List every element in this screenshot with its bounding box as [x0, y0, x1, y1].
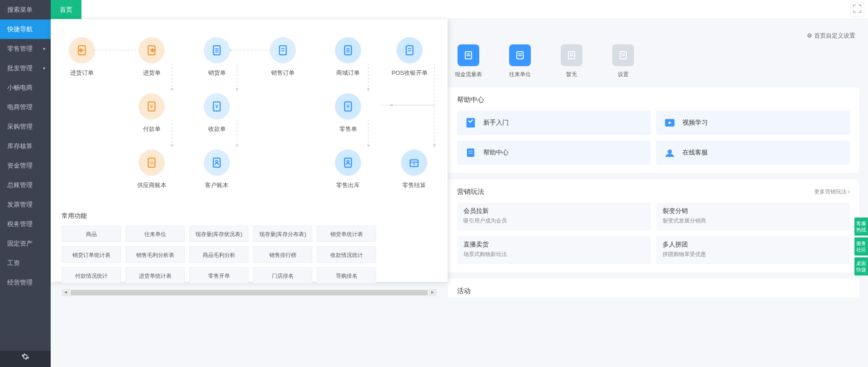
marketing-item-title: 多人拼团: [663, 241, 844, 249]
flow-node-icon: ¥: [335, 93, 361, 120]
sidebar-item-8[interactable]: 资金管理: [0, 156, 51, 175]
help-item-3[interactable]: 在线客服: [656, 140, 850, 165]
help-item-label: 新手入门: [483, 119, 509, 127]
shortcut-label: 暂无: [551, 71, 592, 78]
float-button-0[interactable]: 客服热线: [854, 217, 868, 236]
flow-node-icon: [335, 37, 361, 63]
flow-node-label: 零售出库: [328, 181, 368, 189]
sidebar-item-12[interactable]: 固定资产: [0, 234, 51, 253]
flow-node-skd[interactable]: ¥收款单: [196, 93, 237, 133]
quick-shortcut-3[interactable]: 设置: [603, 44, 644, 78]
right-content: ⚙首页自定义设置 现金流量表往来单位暂无设置 帮助中心 新手入门视频学习帮助中心…: [448, 27, 859, 304]
float-button-1[interactable]: 服务社区: [854, 237, 868, 256]
common-func-10[interactable]: 付款情况统计: [62, 267, 121, 284]
marketing-item-3[interactable]: 多人拼团拼团购物享受优惠: [656, 236, 850, 264]
marketing-item-subtitle: 裂变式发展分销商: [663, 217, 844, 225]
sidebar-item-3[interactable]: 批发管理▾: [0, 58, 51, 78]
sidebar-item-5[interactable]: 电商管理: [0, 97, 51, 117]
shortcut-icon: [509, 44, 531, 66]
common-func-1[interactable]: 往来单位: [125, 226, 185, 242]
flow-node-khzb[interactable]: 客户账本: [196, 150, 237, 189]
flow-node-lsd[interactable]: ¥零售单: [328, 93, 368, 133]
common-func-3[interactable]: 现存量(库存分布表): [253, 226, 312, 242]
flow-node-xhd[interactable]: 销货单: [196, 37, 237, 77]
shortcut-label: 往来单位: [500, 71, 540, 78]
common-func-5[interactable]: 销货订单统计表: [62, 246, 121, 263]
svg-text:¥: ¥: [346, 103, 350, 110]
flow-node-icon: [335, 150, 361, 176]
flow-node-pos[interactable]: POS收银开单: [389, 37, 430, 77]
flow-node-label: 收款单: [196, 125, 237, 133]
flow-node-gys[interactable]: 供供应商账本: [131, 150, 172, 189]
flow-node-xsdd[interactable]: 销售订单: [262, 37, 303, 77]
flow-node-lsck[interactable]: 零售出库: [328, 150, 368, 189]
sidebar-item-4[interactable]: 小畅电商: [0, 78, 51, 97]
panel-title: 帮助中心: [457, 96, 484, 104]
help-item-icon: [464, 146, 477, 159]
sidebar-item-10[interactable]: 发票管理: [0, 195, 51, 214]
marketing-item-2[interactable]: 直播卖货场景式购物新玩法: [457, 236, 651, 264]
common-func-4[interactable]: 销货单统计表: [317, 226, 376, 242]
quick-shortcut-0[interactable]: 现金流量表: [448, 44, 489, 78]
sidebar-item-9[interactable]: 总账管理: [0, 175, 51, 195]
flow-node-lsjs[interactable]: ¥零售结算: [394, 150, 434, 189]
horizontal-scrollbar[interactable]: ◄ ►: [62, 289, 437, 296]
gear-icon: [21, 355, 29, 362]
common-func-6[interactable]: 销售毛利分析表: [125, 246, 185, 263]
marketing-panel: 营销玩法 更多营销玩法 › 会员拉新吸引用户成为会员裂变分销裂变式发展分销商直播…: [448, 179, 859, 272]
fullscreen-button[interactable]: [850, 2, 864, 17]
common-func-12[interactable]: 零售开单: [189, 267, 248, 284]
sidebar-item-0[interactable]: 搜索菜单: [0, 0, 51, 19]
sidebar-item-14[interactable]: 经营管理: [0, 273, 51, 292]
flow-node-icon: 供: [138, 150, 165, 176]
homepage-customize-link[interactable]: ⚙首页自定义设置: [448, 27, 859, 44]
help-item-icon: [663, 146, 676, 159]
common-func-11[interactable]: 进货单统计表: [125, 267, 185, 284]
svg-rect-41: [406, 46, 413, 55]
scroll-left-button[interactable]: ◄: [62, 289, 70, 296]
sidebar-item-2[interactable]: 零售管理▾: [0, 39, 51, 58]
sidebar-item-13[interactable]: 工资: [0, 253, 51, 273]
flow-node-icon: [204, 37, 230, 63]
tab-home[interactable]: 首页: [51, 0, 81, 19]
help-item-icon: [663, 116, 676, 129]
sidebar-item-7[interactable]: 库存核算: [0, 136, 51, 156]
sidebar-settings-button[interactable]: [0, 351, 51, 367]
floating-side-buttons: 客服热线服务社区桌面快捷: [854, 217, 868, 277]
scroll-thumb[interactable]: [71, 290, 428, 295]
sidebar-item-11[interactable]: 税务管理: [0, 214, 51, 234]
help-item-label: 帮助中心: [483, 149, 509, 157]
common-func-9[interactable]: 收款情况统计: [317, 246, 376, 263]
quick-nav-flyout: 进货订单进货单销货单销售订单商城订单POS收银开单¥付款单¥收款单¥零售单供供应…: [51, 19, 448, 282]
scroll-right-button[interactable]: ►: [429, 289, 437, 296]
common-func-13[interactable]: 门店排名: [253, 267, 312, 284]
marketing-grid: 会员拉新吸引用户成为会员裂变分销裂变式发展分销商直播卖货场景式购物新玩法多人拼团…: [457, 203, 850, 264]
common-func-14[interactable]: 导购排名: [317, 267, 376, 284]
flow-node-jhdd[interactable]: 进货订单: [62, 37, 102, 77]
flow-node-label: POS收银开单: [389, 69, 430, 77]
flow-node-fkd[interactable]: ¥付款单: [131, 93, 172, 133]
panel-title: 活动: [457, 287, 471, 295]
quick-shortcut-1[interactable]: 往来单位: [500, 44, 540, 78]
shortcut-label: 现金流量表: [448, 71, 489, 78]
common-func-8[interactable]: 销售排行榜: [253, 246, 312, 263]
sidebar-item-1[interactable]: 快捷导航: [0, 19, 51, 39]
help-item-1[interactable]: 视频学习: [656, 111, 850, 135]
flow-node-scdd[interactable]: 商城订单: [328, 37, 368, 77]
marketing-item-subtitle: 吸引用户成为会员: [463, 217, 644, 225]
marketing-more-link[interactable]: 更多营销玩法 ›: [814, 188, 850, 196]
help-item-2[interactable]: 帮助中心: [457, 140, 651, 165]
float-button-2[interactable]: 桌面快捷: [854, 257, 868, 275]
common-func-2[interactable]: 现存量(库存状况表): [189, 226, 248, 242]
flow-node-jhd[interactable]: 进货单: [131, 37, 172, 77]
help-item-icon: [464, 116, 477, 129]
flow-node-label: 销货单: [196, 69, 237, 77]
common-func-0[interactable]: 商品: [62, 226, 121, 242]
help-item-0[interactable]: 新手入门: [457, 111, 651, 135]
quick-shortcut-2[interactable]: 暂无: [551, 44, 592, 78]
common-functions-title: 常用功能: [62, 212, 437, 220]
marketing-item-0[interactable]: 会员拉新吸引用户成为会员: [457, 203, 651, 231]
common-func-7[interactable]: 商品毛利分析: [189, 246, 248, 263]
marketing-item-1[interactable]: 裂变分销裂变式发展分销商: [656, 203, 850, 231]
sidebar-item-6[interactable]: 采购管理: [0, 117, 51, 136]
